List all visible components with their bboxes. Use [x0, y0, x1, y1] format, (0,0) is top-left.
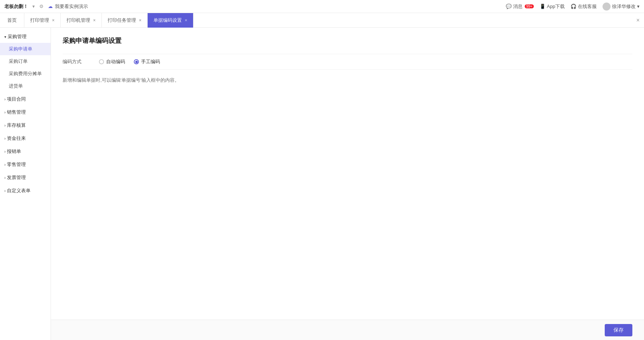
inventory-arrow-icon: › [4, 124, 5, 128]
sidebar-group-project-contract-title[interactable]: › 项目合同 [0, 93, 51, 105]
headset-icon: 🎧 [571, 4, 576, 9]
message-button[interactable]: 💬 消息 99+ [506, 3, 534, 10]
cloud-icon: ☁ [48, 4, 53, 9]
sidebar-group-project-contract: › 项目合同 [0, 93, 51, 105]
message-badge: 99+ [525, 4, 534, 8]
close-all-tabs-button[interactable]: × [636, 17, 640, 24]
tab-bar: 首页 打印管理 × 打印机管理 × 打印任务管理 × 单据编码设置 × × [0, 13, 644, 28]
sales-arrow-icon: › [4, 110, 5, 114]
sidebar-group-sales: › 销售管理 [0, 106, 51, 118]
top-bar-left: 老板勿删！ ▾ ⚙ ☁ 我要看实例演示 [4, 3, 88, 10]
hint-text: 新增和编辑单据时,可以编辑'单据编号'输入框中的内容。 [63, 77, 632, 84]
main-layout: ▾ 采购管理 采购申请单 采购订单 采购费用分摊单 进货单 › 项目合同 [0, 28, 644, 340]
finance-arrow-icon: › [4, 137, 5, 141]
sidebar-group-sales-title[interactable]: › 销售管理 [0, 106, 51, 118]
sidebar-item-purchase-expense[interactable]: 采购费用分摊单 [0, 68, 51, 80]
encoding-label: 编码方式 [63, 58, 84, 65]
content-area: 采购申请单编码设置 编码方式 自动编码 手工编码 新增和编辑单据时,可以编辑'单… [51, 28, 644, 340]
app-icon: 📱 [540, 4, 545, 9]
sidebar-group-retail-title[interactable]: › 零售管理 [0, 158, 51, 171]
sidebar-group-finance-title[interactable]: › 资金往来 [0, 132, 51, 145]
sidebar-group-invoice: › 发票管理 [0, 171, 51, 184]
sidebar-item-purchase-request[interactable]: 采购申请单 [0, 43, 51, 55]
content-inner: 采购申请单编码设置 编码方式 自动编码 手工编码 新增和编辑单据时,可以编辑'单… [51, 28, 644, 320]
sidebar-group-finance: › 资金往来 [0, 132, 51, 145]
tab-close-barcode-settings[interactable]: × [185, 18, 187, 23]
sidebar-group-procurement: ▾ 采购管理 采购申请单 采购订单 采购费用分摊单 进货单 [0, 31, 51, 92]
radio-auto-encoding[interactable]: 自动编码 [99, 58, 125, 65]
tab-home[interactable]: 首页 [0, 13, 24, 28]
save-button[interactable]: 保存 [605, 324, 632, 336]
sidebar: ▾ 采购管理 采购申请单 采购订单 采购费用分摊单 进货单 › 项目合同 [0, 28, 51, 340]
online-service-button[interactable]: 🎧 在线客服 [571, 3, 597, 10]
invoice-arrow-icon: › [4, 176, 5, 180]
sidebar-item-purchase-receipt[interactable]: 进货单 [0, 80, 51, 92]
app-download-button[interactable]: 📱 App下载 [540, 3, 565, 10]
radio-manual-circle [134, 59, 139, 64]
sidebar-group-custom-form: › 自定义表单 [0, 185, 51, 197]
radio-manual-encoding[interactable]: 手工编码 [134, 58, 160, 65]
demo-link[interactable]: ☁ 我要看实例演示 [48, 3, 88, 10]
tab-close-printer-management[interactable]: × [93, 18, 96, 23]
sidebar-group-inventory-title[interactable]: › 库存核算 [0, 119, 51, 131]
user-chevron-icon: ▾ [637, 4, 640, 9]
user-avatar [603, 3, 611, 11]
sidebar-item-purchase-order[interactable]: 采购订单 [0, 55, 51, 68]
tab-single-barcode-settings[interactable]: 单据编码设置 × [148, 13, 193, 28]
content-footer: 保存 [51, 320, 644, 340]
sidebar-group-custom-form-title[interactable]: › 自定义表单 [0, 185, 51, 197]
tab-print-management[interactable]: 打印管理 × [24, 13, 61, 28]
sidebar-group-procurement-title[interactable]: ▾ 采购管理 [0, 31, 51, 43]
returns-arrow-icon: › [4, 150, 5, 154]
retail-arrow-icon: › [4, 163, 5, 167]
radio-auto-circle [99, 59, 104, 64]
brand-title: 老板勿删！ [4, 3, 28, 10]
tab-close-print-task[interactable]: × [139, 18, 141, 23]
top-bar: 老板勿删！ ▾ ⚙ ☁ 我要看实例演示 💬 消息 99+ 📱 App下载 🎧 在… [0, 0, 644, 13]
tab-print-task-management[interactable]: 打印任务管理 × [102, 13, 148, 28]
sidebar-group-returns-title[interactable]: › 报销单 [0, 145, 51, 158]
tab-close-print-management[interactable]: × [52, 18, 55, 23]
page-title: 采购申请单编码设置 [63, 36, 632, 45]
sidebar-group-retail: › 零售管理 [0, 158, 51, 171]
message-icon: 💬 [506, 4, 512, 9]
sidebar-group-inventory: › 库存核算 [0, 119, 51, 131]
chevron-down-icon[interactable]: ▾ [32, 4, 35, 9]
procurement-arrow-icon: ▾ [4, 35, 6, 39]
tab-printer-management[interactable]: 打印机管理 × [61, 13, 102, 28]
sidebar-group-invoice-title[interactable]: › 发票管理 [0, 171, 51, 184]
user-menu[interactable]: 徐泽华修改 ▾ [603, 3, 640, 11]
project-contract-arrow-icon: › [4, 97, 5, 101]
settings-icon[interactable]: ⚙ [39, 4, 44, 9]
encoding-radio-group: 自动编码 手工编码 [99, 58, 160, 65]
custom-form-arrow-icon: › [4, 189, 5, 193]
encoding-row: 编码方式 自动编码 手工编码 [63, 54, 632, 70]
top-bar-right: 💬 消息 99+ 📱 App下载 🎧 在线客服 徐泽华修改 ▾ [506, 3, 640, 11]
sidebar-group-returns: › 报销单 [0, 145, 51, 158]
